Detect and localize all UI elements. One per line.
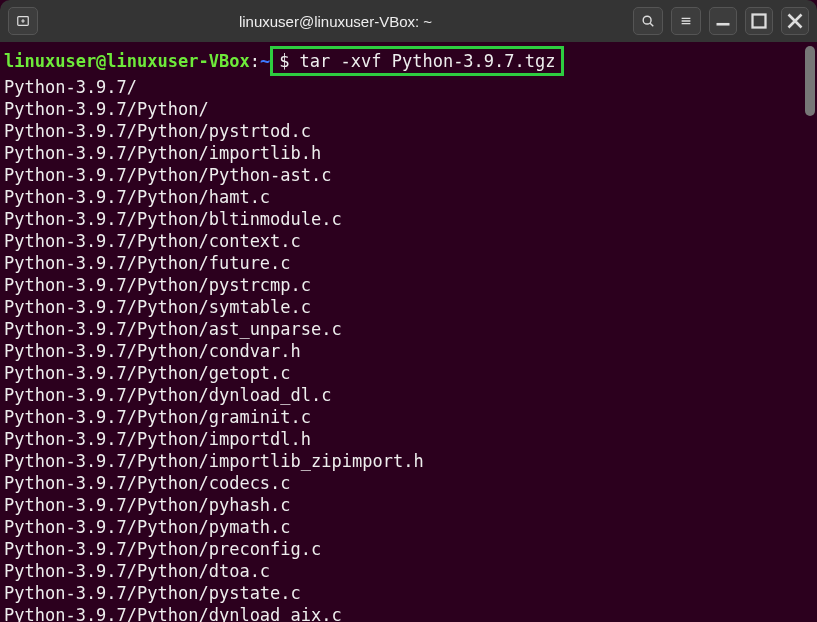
terminal-content: linuxuser@linuxuser-VBox:~$ tar -xvf Pyt…	[4, 46, 813, 622]
output-line: Python-3.9.7/Python/preconfig.c	[4, 538, 799, 560]
output-line: Python-3.9.7/Python/importlib.h	[4, 142, 799, 164]
output-line: Python-3.9.7/Python/pystrtod.c	[4, 120, 799, 142]
output-line: Python-3.9.7/Python/dynload_aix.c	[4, 604, 799, 622]
output-line: Python-3.9.7/Python/	[4, 98, 799, 120]
prompt-colon: :	[250, 51, 260, 71]
output-line: Python-3.9.7/Python/dynload_dl.c	[4, 384, 799, 406]
output-line: Python-3.9.7/Python/codecs.c	[4, 472, 799, 494]
output-line: Python-3.9.7/Python/condvar.h	[4, 340, 799, 362]
output-line: Python-3.9.7/Python/Python-ast.c	[4, 164, 799, 186]
output-line: Python-3.9.7/Python/pystate.c	[4, 582, 799, 604]
output-line: Python-3.9.7/Python/ast_unparse.c	[4, 318, 799, 340]
search-button[interactable]	[633, 7, 663, 35]
prompt-user-host: linuxuser@linuxuser-VBox	[4, 51, 250, 71]
titlebar: linuxuser@linuxuser-VBox: ~	[0, 0, 817, 42]
output-line: Python-3.9.7/Python/graminit.c	[4, 406, 799, 428]
output-line: Python-3.9.7/Python/importlib_zipimport.…	[4, 450, 799, 472]
prompt-line: linuxuser@linuxuser-VBox:~$ tar -xvf Pyt…	[4, 46, 799, 76]
menu-button[interactable]	[671, 7, 701, 35]
output-line: Python-3.9.7/Python/pystrcmp.c	[4, 274, 799, 296]
maximize-icon	[746, 8, 772, 34]
output-line: Python-3.9.7/Python/pymath.c	[4, 516, 799, 538]
output-line: Python-3.9.7/	[4, 76, 799, 98]
output-lines: Python-3.9.7/Python-3.9.7/Python/Python-…	[4, 76, 799, 622]
output-line: Python-3.9.7/Python/hamt.c	[4, 186, 799, 208]
output-line: Python-3.9.7/Python/context.c	[4, 230, 799, 252]
terminal-body[interactable]: linuxuser@linuxuser-VBox:~$ tar -xvf Pyt…	[0, 42, 817, 622]
output-line: Python-3.9.7/Python/dtoa.c	[4, 560, 799, 582]
prompt-path: ~	[260, 51, 270, 71]
command-highlight: $ tar -xvf Python-3.9.7.tgz	[270, 46, 564, 76]
titlebar-right	[633, 7, 809, 35]
output-line: Python-3.9.7/Python/symtable.c	[4, 296, 799, 318]
hamburger-icon	[679, 14, 693, 28]
minimize-button[interactable]	[709, 7, 737, 35]
output-line: Python-3.9.7/Python/bltinmodule.c	[4, 208, 799, 230]
close-button[interactable]	[781, 7, 809, 35]
new-tab-button[interactable]	[8, 7, 38, 35]
minimize-icon	[710, 8, 736, 34]
search-icon	[641, 14, 655, 28]
close-icon	[782, 8, 808, 34]
svg-point-1	[643, 16, 651, 24]
maximize-button[interactable]	[745, 7, 773, 35]
output-line: Python-3.9.7/Python/pyhash.c	[4, 494, 799, 516]
svg-rect-2	[753, 15, 766, 28]
terminal-window: linuxuser@linuxuser-VBox: ~	[0, 0, 817, 622]
output-line: Python-3.9.7/Python/importdl.h	[4, 428, 799, 450]
output-line: Python-3.9.7/Python/future.c	[4, 252, 799, 274]
scrollbar-thumb[interactable]	[805, 46, 815, 116]
new-tab-icon	[16, 14, 30, 28]
window-title: linuxuser@linuxuser-VBox: ~	[46, 13, 625, 30]
output-line: Python-3.9.7/Python/getopt.c	[4, 362, 799, 384]
